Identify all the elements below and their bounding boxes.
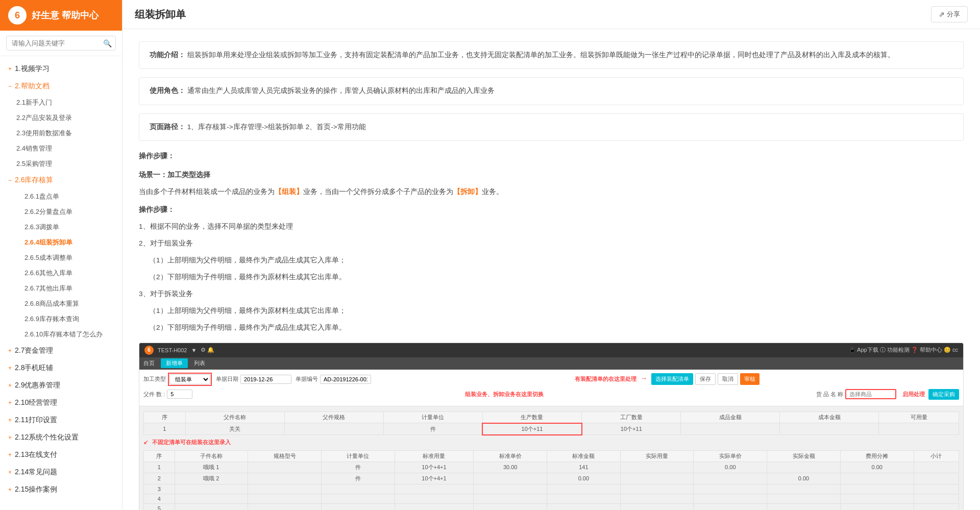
sidebar-item-sales[interactable]: 2.4销售管理 (0, 141, 122, 156)
ss-btn-cancel[interactable]: 取消 (718, 373, 738, 385)
ss-th-parent-spec: 父件规格 (284, 411, 383, 423)
sidebar-item-new-user[interactable]: 2.1新手入门 (0, 95, 122, 110)
ss-sub-th-std-amt: 标准金额 (547, 450, 621, 462)
sidebar-item-assembly[interactable]: 2.6.4组装拆卸单 (0, 235, 122, 250)
sidebar-item-cases-label: 2.15操作案例 (15, 485, 57, 494)
step2: 2、对于组装业务 (139, 236, 964, 250)
ss-annotation3: 启用处理 (902, 391, 925, 397)
ss-btn-confirm[interactable]: 审核 (740, 373, 760, 385)
step3: 3、对于拆装业务 (139, 287, 964, 301)
sidebar-header: 6 好生意 帮助中心 (0, 0, 122, 31)
scene1-desc: 当由多个子件材料组装成一个成品的业务为【组装】业务，当由一个父件拆分成多个子产品… (139, 185, 964, 199)
path-label: 页面路径： (150, 123, 185, 131)
ss-goods-label: 货 品 名 称 (816, 391, 843, 398)
sidebar-item-stock-err[interactable]: 2.6.10库存账本错了怎么办 (0, 327, 122, 342)
step3-2: （2）下部明细为子件明细，最终作为产成品生成其它入库单。 (139, 321, 964, 334)
expand-icon-custom: + (8, 434, 12, 441)
ss-app-icons: 📱 App下载 ⓘ 功能检测 ❓ 帮助中心 😊 cc (849, 346, 958, 354)
ss-goods-input[interactable] (845, 389, 896, 399)
ss-menu: 自页 新增单 列表 (139, 357, 963, 370)
sidebar-item-other-in[interactable]: 2.6.6其他入库单 (0, 265, 122, 281)
ss-menu-new: 新增单 (161, 358, 188, 368)
expand-icon-online-pay: + (8, 451, 12, 458)
sidebar-item-video-label: 1.视频学习 (15, 64, 50, 74)
sidebar-item-print-label: 2.11打印设置 (15, 416, 57, 425)
mock-screenshot: 6 TEST-H002 ▼ ⚙ 🔔 📱 App下载 ⓘ 功能检测 ❓ 帮助中心 … (139, 343, 963, 510)
sidebar-item-online-pay[interactable]: + 2.13在线支付 (0, 446, 122, 464)
ss-th-unit: 计量单位 (383, 411, 482, 423)
ss-arrow-down: ↙ (143, 439, 148, 446)
ss-date-input[interactable] (240, 375, 291, 384)
step3-1: （1）上部明细为父件明细，最终作为原材料生成其它出库单； (139, 304, 964, 318)
sidebar-item-print[interactable]: + 2.11打印设置 (0, 411, 122, 429)
ss-annotation3-area: 启用处理 确定采购 (902, 389, 959, 400)
sidebar-item-install[interactable]: 2.2产品安装及登录 (0, 110, 122, 126)
ss-annotation2: 组装业务、拆卸业务在这里切换 (465, 391, 544, 397)
ss-icons: ⚙ 🔔 (201, 347, 214, 353)
table-row: 1 关关 件 10个+11 10个+11 (144, 423, 959, 435)
ss-menu-home: 自页 (143, 359, 155, 367)
sidebar-item-coupon[interactable]: + 2.9优惠券管理 (0, 377, 122, 394)
ss-btn-save[interactable]: 保存 (695, 373, 716, 385)
sidebar-item-inventory[interactable]: − 2.6库存核算 (0, 172, 122, 189)
expand-icon-print: + (8, 417, 12, 424)
app-title: 好生意 帮助中心 (32, 9, 99, 21)
ss-sub-th-act-amt: 实际金额 (767, 450, 841, 462)
share-label: 分享 (947, 10, 960, 19)
feature-intro-label: 功能介绍： (150, 51, 185, 59)
ss-confirm-btn[interactable]: 确定采购 (928, 389, 959, 400)
sidebar-item-transfer[interactable]: 2.6.3调拨单 (0, 220, 122, 235)
ss-th-prod-qty: 生产数量 (482, 411, 581, 423)
path-block: 页面路径： 1、库存核算->库存管理->组装拆卸单 2、首页->常用功能 (139, 113, 964, 141)
ss-order-input[interactable] (320, 375, 371, 384)
ss-field-order: 单据编号 (296, 375, 371, 384)
ss-btn-assembly[interactable]: 选择装配清单 (651, 373, 693, 385)
sidebar-item-faq-label: 2.14常见问题 (15, 468, 57, 477)
sidebar-item-video[interactable]: + 1.视频学习 (0, 60, 122, 78)
ss-sub-th-seq: 序 (144, 450, 175, 462)
ss-count-input[interactable] (167, 390, 192, 399)
sidebar-item-partial-stock[interactable]: 2.6.2分量盘点单 (0, 204, 122, 220)
sidebar-item-cost-adj[interactable]: 2.6.5成本调整单 (0, 250, 122, 265)
ss-th-factory-qty: 工厂数量 (582, 411, 681, 423)
share-button[interactable]: ⇗ 分享 (931, 6, 968, 22)
expand-icon-cases: + (8, 486, 12, 493)
ss-sub-th-act-qty: 实际用量 (620, 450, 694, 462)
ss-sub-th-alloc: 费用分摊 (840, 450, 914, 462)
sidebar-search-area: 🔍 (0, 31, 122, 56)
sidebar-item-cases[interactable]: + 2.15操作案例 (0, 481, 122, 498)
sidebar-item-custom[interactable]: + 2.12系统个性化设置 (0, 429, 122, 446)
expand-icon-faq: + (8, 469, 12, 476)
search-input[interactable] (6, 36, 116, 51)
sidebar-item-purchase[interactable]: 2.5采购管理 (0, 156, 122, 172)
ss-th-parent-name: 父件名称 (185, 411, 284, 423)
sidebar-item-docs[interactable]: − 2.帮助文档 (0, 78, 122, 95)
scene1-label: 场景一：加工类型选择 (139, 171, 210, 179)
ss-sub-th-subtotal: 小计 (914, 450, 959, 462)
ss-annotation2-area: 组装业务、拆卸业务在这里切换 (197, 391, 812, 398)
ss-td-prod-qty: 10个+11 (482, 423, 581, 435)
sidebar-item-mobile[interactable]: + 2.8手机旺辅 (0, 359, 122, 377)
sidebar-item-faq[interactable]: + 2.14常见问题 (0, 464, 122, 481)
ss-td-unit: 件 (383, 423, 482, 435)
steps-content: 操作步骤： 场景一：加工类型选择 当由多个子件材料组装成一个成品的业务为【组装】… (139, 149, 964, 334)
sidebar-item-stock-check[interactable]: 2.6.9库存账本查询 (0, 311, 122, 327)
sidebar-item-ops[interactable]: + 2.10经营管理 (0, 394, 122, 411)
ss-field-date: 单据日期 (216, 375, 291, 384)
sidebar-item-data-prep[interactable]: 2.3使用前数据准备 (0, 126, 122, 141)
sidebar-item-cost-calc[interactable]: 2.6.8商品成本重算 (0, 296, 122, 311)
sidebar-nav: + 1.视频学习 − 2.帮助文档 2.1新手入门 2.2产品安装及登录 2.3… (0, 56, 122, 510)
ops-steps-sub-label: 操作步骤： (139, 203, 964, 216)
sidebar-item-finance[interactable]: + 2.7资金管理 (0, 342, 122, 359)
ss-sub-table: 序 子件名称 规格型号 计量单位 标准用量 标准单价 标准金额 实际用量 实际单… (143, 450, 959, 510)
ss-td-seq: 1 (144, 423, 186, 435)
ss-field-type: 加工类型 组装单 拆卸单 (143, 373, 212, 386)
screenshot-container: 6 TEST-H002 ▼ ⚙ 🔔 📱 App下载 ⓘ 功能检测 ❓ 帮助中心 … (139, 343, 964, 510)
path-text: 1、库存核算->库存管理->组装拆卸单 2、首页->常用功能 (187, 123, 366, 131)
ss-th-cost-amt: 成本金额 (780, 411, 879, 423)
ss-type-select[interactable]: 组装单 拆卸单 (169, 374, 210, 384)
table-row: 2 哦哦 2 件 10个+4+1 0.00 0.00 (144, 473, 959, 484)
sidebar-item-other-out[interactable]: 2.6.7其他出库单 (0, 281, 122, 296)
sidebar-item-ops-label: 2.10经营管理 (15, 398, 57, 407)
sidebar-item-stocktake[interactable]: 2.6.1盘点单 (0, 189, 122, 204)
